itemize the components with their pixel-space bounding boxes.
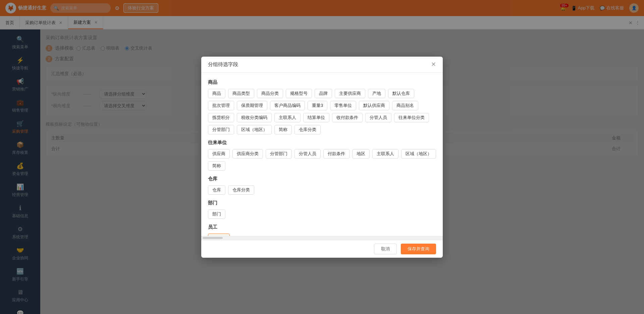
section-counterpart-title: 往来单位 [208,140,436,146]
section-counterpart-fields: 供应商 供应商分类 分管部门 分管人员 付款条件 地区 主联系人 区域（地区） … [208,149,436,171]
field-region-counter[interactable]: 地区 [352,149,370,159]
dialog-body[interactable]: 商品 商品 商品类型 商品分类 规格型号 品牌 主要供应商 产地 默认仓库 批次… [201,73,443,236]
field-retail-unit[interactable]: 零售单位 [330,101,356,110]
field-charge-person[interactable]: 分管人员 [365,113,391,122]
section-warehouse-fields: 仓库 仓库分类 [208,185,436,195]
field-charge-dept-counter[interactable]: 分管部门 [266,149,292,159]
field-payment-terms[interactable]: 收付款条件 [332,113,363,122]
field-weight3[interactable]: 重量3 [308,101,327,110]
section-employee-title: 员工 [208,224,436,230]
field-brand[interactable]: 品牌 [315,89,332,98]
field-warehouse-category[interactable]: 仓库分类 [228,185,254,195]
field-spec-model[interactable]: 规格型号 [286,89,312,98]
field-product-category[interactable]: 商品分类 [257,89,283,98]
field-origin[interactable]: 产地 [368,89,385,98]
section-product-fields: 商品 商品类型 商品分类 规格型号 品牌 主要供应商 产地 默认仓库 批次管理 … [208,89,436,134]
field-supplier-category[interactable]: 供应商分类 [232,149,263,159]
field-expiry-mgmt[interactable]: 保质期管理 [237,101,267,110]
field-supplier[interactable]: 供应商 [208,149,230,159]
field-customer-code[interactable]: 客户商品编码 [270,101,305,110]
field-pick-points[interactable]: 拣货积分 [208,113,234,122]
field-charge-dept[interactable]: 分管部门 [208,125,234,134]
field-salesperson[interactable]: 业务员 [208,234,230,236]
field-main-contact-counter[interactable]: 主联系人 [372,149,398,159]
field-product[interactable]: 商品 [208,89,225,98]
dialog-header: 分组待选字段 ✕ [201,57,443,73]
cancel-button[interactable]: 取消 [374,244,397,254]
field-product-alias[interactable]: 商品别名 [392,101,418,110]
section-warehouse-title: 仓库 [208,176,436,182]
field-counterpart-category[interactable]: 往来单位分类 [394,113,429,122]
field-region-product[interactable]: 区域（地区） [237,125,272,134]
field-abbrev-counter[interactable]: 简称 [208,161,225,171]
hscroll-thumb[interactable] [203,237,223,239]
section-product-title: 商品 [208,79,436,85]
dialog-close-button[interactable]: ✕ [431,61,436,67]
dialog-overlay: 分组待选字段 ✕ 商品 商品 商品类型 商品分类 规格型号 品牌 主要供应商 产… [0,0,644,314]
section-dept-title: 部门 [208,200,436,206]
field-default-supplier[interactable]: 默认供应商 [359,101,389,110]
section-dept-fields: 部门 [208,209,436,219]
field-abbreviation-product[interactable]: 简称 [274,125,292,134]
field-default-warehouse[interactable]: 默认仓库 [388,89,414,98]
field-main-contact[interactable]: 主联系人 [274,113,301,122]
dialog-footer: 取消 保存并查询 [201,240,443,258]
dialog-hscrollbar[interactable] [201,236,443,240]
field-charge-person-counter[interactable]: 分管人员 [294,149,321,159]
field-area-counter[interactable]: 区域（地区） [401,149,436,159]
dialog-title: 分组待选字段 [208,61,238,68]
field-settlement-unit[interactable]: 结算单位 [303,113,329,122]
field-select-dialog: 分组待选字段 ✕ 商品 商品 商品类型 商品分类 规格型号 品牌 主要供应商 产… [201,57,443,258]
field-warehouse[interactable]: 仓库 [208,185,225,195]
field-warehouse-category-product[interactable]: 仓库分类 [294,125,321,134]
field-product-type[interactable]: 商品类型 [228,89,254,98]
confirm-button[interactable]: 保存并查询 [401,244,436,254]
section-employee-fields: 业务员 [208,234,436,236]
field-batch-mgmt[interactable]: 批次管理 [208,101,234,110]
field-dept[interactable]: 部门 [208,209,225,219]
field-tax-code[interactable]: 税收分类编码 [237,113,272,122]
field-main-supplier[interactable]: 主要供应商 [335,89,365,98]
field-payment-terms-counter[interactable]: 付款条件 [323,149,350,159]
